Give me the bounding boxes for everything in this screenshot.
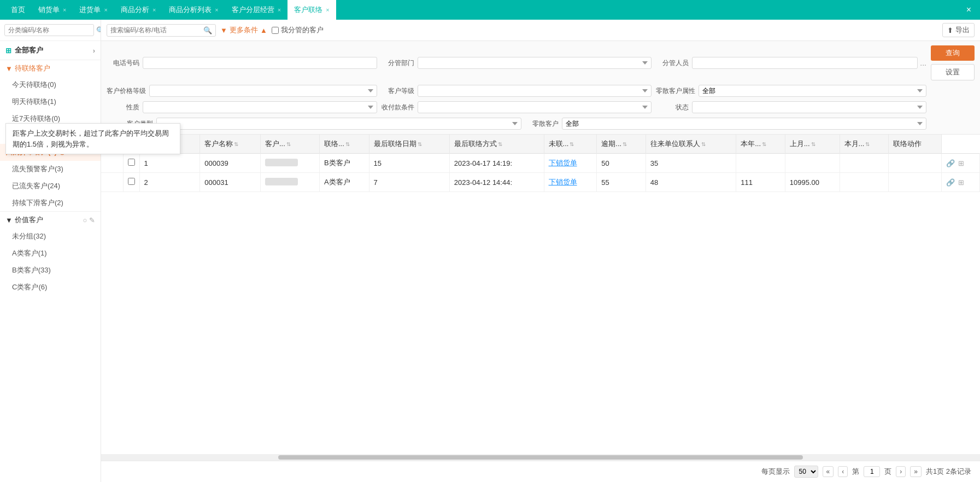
- first-page-btn[interactable]: «: [823, 466, 834, 477]
- th-last-month-label: 上月...: [790, 140, 810, 148]
- filter-search-icon[interactable]: 🔍: [203, 26, 212, 34]
- dept-label: 分管部门: [382, 59, 414, 68]
- nav-purchase-close[interactable]: ×: [104, 7, 107, 13]
- all-customers-label: 全部客户: [15, 45, 43, 55]
- phone-input[interactable]: [143, 57, 377, 69]
- sidebar-search-input[interactable]: [4, 24, 94, 36]
- action-link-icon[interactable]: 🔗: [946, 159, 955, 167]
- last-page-btn[interactable]: »: [910, 466, 922, 477]
- sort-icon-overdue[interactable]: ⇅: [623, 141, 627, 147]
- sort-icon-method[interactable]: ⇅: [498, 141, 502, 147]
- c-class-label: C类客户(6): [12, 283, 47, 291]
- my-customers-filter: 我分管的客户: [272, 25, 324, 35]
- th-contact-num: 联络...⇅: [319, 135, 369, 154]
- sidebar-item-declining[interactable]: 持续下滑客户(2): [0, 195, 101, 212]
- nav-product-analysis-close[interactable]: ×: [152, 7, 156, 13]
- window-close[interactable]: ×: [962, 5, 976, 15]
- nav-sales[interactable]: 销货单 ×: [32, 0, 73, 20]
- row-checkbox[interactable]: [123, 154, 139, 173]
- value-edit-icons[interactable]: ○ ✎: [83, 216, 95, 224]
- per-page-select[interactable]: 50: [794, 466, 818, 478]
- sidebar-search-icon[interactable]: 🔍: [96, 26, 101, 34]
- sidebar-item-today[interactable]: 今天待联络(0): [0, 77, 101, 94]
- sort-icon-date[interactable]: ⇅: [418, 141, 422, 147]
- nav-customer-segment-label: 客户分层经营: [232, 5, 274, 15]
- nav-product-analysis[interactable]: 商品分析 ×: [114, 0, 162, 20]
- next-page-btn[interactable]: ›: [896, 466, 906, 477]
- more-conditions-btn[interactable]: ▼ 更多条件 ▲: [220, 25, 267, 35]
- sidebar-item-ungroup[interactable]: 未分组(32): [0, 228, 101, 245]
- row-last-method[interactable]: 下销货单: [544, 173, 597, 192]
- filter-row-3: 性质 收付款条件 状态: [107, 101, 975, 113]
- scrollbar-thumb[interactable]: [278, 455, 803, 460]
- price-label: 客户价格等级: [107, 86, 146, 96]
- sidebar-item-b-class[interactable]: B类客户(33): [0, 262, 101, 279]
- nav-sales-close[interactable]: ×: [63, 7, 66, 13]
- last-method-link[interactable]: 下销货单: [549, 178, 577, 186]
- settings-button[interactable]: 设置: [931, 64, 975, 80]
- last-method-link[interactable]: 下销货单: [549, 159, 577, 167]
- person-input[interactable]: [692, 57, 918, 69]
- action-link-icon[interactable]: 🔗: [946, 178, 955, 187]
- nav-home[interactable]: 首页: [4, 0, 32, 20]
- th-action: 联络动作: [889, 135, 942, 154]
- sort-icon-contact[interactable]: ⇅: [345, 141, 350, 147]
- filter-search-input[interactable]: [110, 26, 203, 34]
- type-select[interactable]: [156, 118, 521, 130]
- nav-customer-segment-close[interactable]: ×: [278, 7, 281, 13]
- nav-purchase[interactable]: 进货单 ×: [73, 0, 114, 20]
- sidebar: 🔍 ⊞ 全部客户 › ▼ 待联络客户 今天待联络(0) 明天待联络(1) 近7天…: [0, 20, 101, 482]
- sort-icon-name[interactable]: ⇅: [234, 141, 238, 147]
- export-button[interactable]: ⬆ 导出: [942, 23, 975, 37]
- person-dots[interactable]: ...: [920, 59, 926, 67]
- sort-icon-contacts[interactable]: ⇅: [701, 141, 706, 147]
- nav-product-list[interactable]: 商品分析列表 ×: [162, 0, 225, 20]
- retail-attr-select[interactable]: 全部: [699, 85, 926, 97]
- action-grid-icon[interactable]: ⊞: [958, 159, 964, 167]
- action-grid-icon[interactable]: ⊞: [958, 178, 964, 187]
- sidebar-item-a-class[interactable]: A类客户(1): [0, 245, 101, 262]
- gender-label: 性质: [107, 103, 139, 112]
- sidebar-item-tomorrow[interactable]: 明天待联络(1): [0, 94, 101, 111]
- dept-select[interactable]: [418, 57, 652, 69]
- row-index: 1: [139, 154, 200, 173]
- sidebar-all-customers[interactable]: ⊞ 全部客户 ›: [0, 41, 101, 60]
- sort-icon-this-month[interactable]: ⇅: [865, 141, 870, 147]
- sort-icon-this-year[interactable]: ⇅: [762, 141, 766, 147]
- sidebar-collapse-btn[interactable]: ›: [93, 47, 95, 55]
- sidebar-item-churn-warn[interactable]: 流失预警客户(3): [0, 161, 101, 178]
- my-customers-checkbox[interactable]: [272, 27, 279, 34]
- row-checkbox[interactable]: [123, 173, 139, 192]
- retail2-select[interactable]: 全部: [562, 118, 926, 130]
- nav-customer-contact[interactable]: 客户联络 ×: [287, 0, 336, 20]
- row-action: 🔗 ⊞: [941, 154, 979, 173]
- level-select[interactable]: [418, 85, 652, 97]
- filter-retail2: 零散客户 全部: [526, 118, 926, 130]
- row-select-checkbox[interactable]: [128, 159, 135, 166]
- row-last-method[interactable]: 下销货单: [544, 154, 597, 173]
- sidebar-value-group[interactable]: ▼ 价值客户 ○ ✎: [0, 211, 101, 228]
- sort-icon-type[interactable]: ⇅: [286, 141, 291, 147]
- sidebar-pending-group[interactable]: ▼ 待联络客户: [0, 60, 101, 77]
- th-last-method: 最后联络方式⇅: [449, 135, 544, 154]
- nav-customer-segment[interactable]: 客户分层经营 ×: [225, 0, 287, 20]
- gender-select[interactable]: [143, 101, 377, 113]
- pay-select[interactable]: [418, 101, 652, 113]
- filter-type: 客户类型: [120, 118, 521, 130]
- nav-product-list-close[interactable]: ×: [215, 7, 218, 13]
- prev-page-btn[interactable]: ‹: [838, 466, 848, 477]
- row-overdue: 48: [645, 173, 736, 192]
- row-action: 🔗 ⊞: [941, 173, 979, 192]
- query-button[interactable]: 查询: [931, 45, 975, 61]
- page-input[interactable]: [864, 466, 880, 477]
- nav-customer-contact-close[interactable]: ×: [326, 7, 329, 13]
- sort-icon-unlisted[interactable]: ⇅: [570, 141, 574, 147]
- horizontal-scrollbar[interactable]: [101, 454, 980, 461]
- sidebar-item-churned[interactable]: 已流失客户(24): [0, 178, 101, 195]
- sort-icon-last-month[interactable]: ⇅: [811, 141, 815, 147]
- price-select[interactable]: [149, 85, 377, 97]
- sidebar-item-c-class[interactable]: C类客户(6): [0, 279, 101, 296]
- tomorrow-label: 明天待联络(1): [12, 97, 56, 106]
- row-select-checkbox[interactable]: [128, 178, 135, 185]
- status-select[interactable]: [692, 101, 926, 113]
